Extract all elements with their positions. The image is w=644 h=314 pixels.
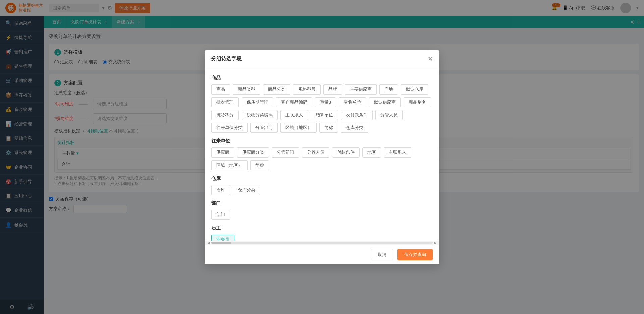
field-tag[interactable]: 分管部门: [272, 147, 299, 158]
dialog: 分组待选字段 ✕ 商品商品商品类型商品分类规格型号品牌主要供应商产地默认仓库批次…: [205, 50, 439, 264]
field-tag[interactable]: 主要供应商: [345, 84, 377, 95]
field-tag[interactable]: 付款条件: [332, 147, 360, 158]
field-tag[interactable]: 简称: [250, 160, 269, 170]
field-tag[interactable]: 商品: [211, 84, 230, 95]
field-tag[interactable]: 规格型号: [293, 84, 321, 95]
scroll-right-icon[interactable]: ▶: [433, 241, 438, 245]
field-grid-员工: 业务员: [211, 235, 433, 241]
field-tag[interactable]: 商品分类: [263, 84, 290, 95]
field-tag[interactable]: 商品类型: [233, 84, 260, 95]
field-tag[interactable]: 部门: [211, 210, 230, 220]
modal-overlay: 分组待选字段 ✕ 商品商品商品类型商品分类规格型号品牌主要供应商产地默认仓库批次…: [0, 0, 644, 314]
field-tag[interactable]: 批次管理: [211, 97, 239, 107]
h-scroll-track: [211, 242, 433, 244]
dialog-header: 分组待选字段 ✕: [205, 50, 439, 68]
field-tag[interactable]: 供应商: [211, 147, 234, 158]
field-tag[interactable]: 区域（地区）: [280, 123, 317, 133]
field-tag[interactable]: 商品别名: [404, 97, 431, 107]
dialog-body: 商品商品商品类型商品分类规格型号品牌主要供应商产地默认仓库批次管理保质期管理客户…: [205, 68, 439, 241]
section-title-员工: 员工: [211, 225, 433, 231]
section-title-部门: 部门: [211, 200, 433, 206]
dialog-confirm-btn[interactable]: 保存并查询: [397, 249, 433, 260]
field-tag[interactable]: 客户商品编码: [276, 97, 312, 107]
dialog-close-btn[interactable]: ✕: [428, 55, 433, 63]
field-tag[interactable]: 默认供应商: [369, 97, 401, 107]
field-tag[interactable]: 结算单位: [311, 110, 338, 120]
field-tag[interactable]: 分管人员: [375, 110, 403, 120]
field-grid-商品: 商品商品类型商品分类规格型号品牌主要供应商产地默认仓库批次管理保质期管理客户商品…: [211, 84, 433, 133]
field-tag[interactable]: 业务员: [211, 235, 234, 241]
field-tag[interactable]: 主联系人: [384, 147, 411, 158]
field-tag[interactable]: 区域（地区）: [211, 160, 248, 170]
field-tag[interactable]: 零售单位: [339, 97, 366, 107]
dialog-title: 分组待选字段: [211, 56, 241, 62]
field-tag[interactable]: 重量3: [315, 97, 336, 107]
field-tag[interactable]: 税收分类编码: [241, 110, 278, 120]
field-tag[interactable]: 品牌: [323, 84, 342, 95]
field-tag[interactable]: 保质期管理: [241, 97, 273, 107]
dialog-cancel-btn[interactable]: 取消: [371, 249, 393, 260]
field-tag[interactable]: 收付款条件: [341, 110, 373, 120]
field-tag[interactable]: 仓库分类: [233, 185, 260, 195]
field-tag[interactable]: 分管人员: [302, 147, 329, 158]
field-tag[interactable]: 仓库: [211, 185, 230, 195]
field-tag[interactable]: 拣货积分: [211, 110, 239, 120]
h-scroll-thumb[interactable]: [211, 242, 231, 244]
dialog-horizontal-scrollbar[interactable]: ◀ ▶: [205, 241, 439, 245]
field-grid-往来单位: 供应商供应商分类分管部门分管人员付款条件地区主联系人区域（地区）简称: [211, 147, 433, 170]
field-tag[interactable]: 产地: [379, 84, 398, 95]
field-grid-仓库: 仓库仓库分类: [211, 185, 433, 195]
field-tag[interactable]: 分管部门: [250, 123, 278, 133]
field-tag[interactable]: 往来单位分类: [211, 123, 248, 133]
field-tag[interactable]: 仓库分类: [341, 123, 368, 133]
dialog-footer: 取消 保存并查询: [205, 245, 439, 264]
section-title-往来单位: 往来单位: [211, 138, 433, 144]
scroll-left-icon[interactable]: ◀: [206, 241, 211, 245]
section-title-仓库: 仓库: [211, 176, 433, 182]
field-tag[interactable]: 默认仓库: [401, 84, 428, 95]
field-grid-部门: 部门: [211, 210, 433, 220]
field-tag[interactable]: 供应商分类: [237, 147, 269, 158]
field-tag[interactable]: 简称: [319, 123, 338, 133]
field-tag[interactable]: 主联系人: [280, 110, 308, 120]
section-title-商品: 商品: [211, 75, 433, 81]
field-tag[interactable]: 地区: [362, 147, 381, 158]
